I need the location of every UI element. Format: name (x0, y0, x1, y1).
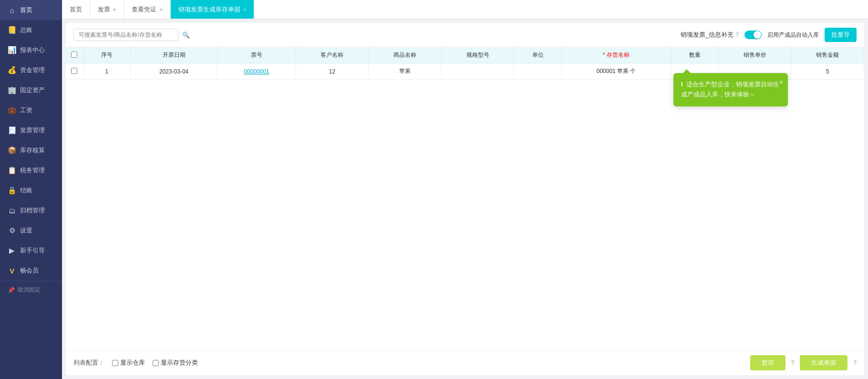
sidebar-item-guide[interactable]: ▶ 新手引导 (0, 241, 62, 261)
tab-voucher[interactable]: 查看凭证 × (124, 0, 170, 19)
toggle-knob (754, 31, 761, 39)
row-inventory: 000001 苹果 个 (561, 63, 671, 80)
page-content: 🔍 销项发票_信息补充 ? 启用产成品自动入库 批量导 (66, 23, 864, 375)
col-unit: 单位 (514, 47, 562, 63)
sidebar-label-home: 首页 (20, 6, 32, 14)
tab-invoice-label: 发票 (98, 5, 110, 14)
capital-icon: 💰 (8, 66, 16, 74)
category-checkbox-input[interactable] (153, 360, 159, 366)
row-amount: 5 (791, 63, 864, 80)
inventory-icon: 📦 (8, 146, 16, 155)
row-checkbox[interactable] (71, 68, 77, 74)
toolbar: 🔍 销项发票_信息补充 ? 启用产成品自动入库 批量导 (66, 23, 864, 47)
sidebar-item-invoice-mgmt[interactable]: 🧾 发票管理 (0, 120, 62, 140)
col-spec: 规格型号 (441, 47, 514, 63)
show-warehouse-label: 显示仓库 (120, 358, 145, 367)
assets-icon: 🏢 (8, 86, 16, 95)
sidebar-label-invoice-mgmt: 发票管理 (20, 126, 45, 135)
tab-salesreturn-label: 销项发票生成库存单据 (178, 5, 240, 14)
row-checkbox-cell (66, 63, 83, 80)
sidebar-item-closing[interactable]: 🔒 结账 (0, 180, 62, 200)
footer-config-label: 列表配置： (73, 358, 104, 367)
tab-salesreturn-close[interactable]: × (243, 7, 246, 12)
row-customer: 12 (296, 63, 369, 80)
toolbar-left: 🔍 (73, 29, 190, 41)
auto-warehousing-toggle[interactable] (744, 31, 762, 39)
sidebar-item-assets[interactable]: 🏢 固定资产 (0, 80, 62, 100)
tab-salesreturn[interactable]: 销项发票生成库存单据 × (171, 0, 254, 19)
tab-voucher-close[interactable]: × (159, 7, 162, 12)
sidebar-item-vip[interactable]: V 畅会员 (0, 261, 62, 281)
row-goods: 苹果 (369, 63, 442, 80)
col-checkbox (66, 47, 83, 63)
sidebar-item-settings[interactable]: ⚙ 设置 (0, 221, 62, 241)
row-number-link[interactable]: 00000001 (244, 68, 269, 75)
tab-invoice-close[interactable]: × (113, 7, 116, 12)
sidebar-label-ledger: 总账 (20, 26, 32, 34)
row-unit (514, 63, 562, 80)
save-button[interactable]: 暂存 (750, 355, 785, 370)
gear-icon: ⚙ (8, 226, 16, 235)
col-date: 开票日期 (131, 47, 217, 63)
sidebar-item-salary[interactable]: 💼 工资 (0, 100, 62, 120)
vip-icon: V (8, 267, 16, 275)
show-category-checkbox[interactable]: 显示存货分类 (153, 358, 198, 367)
col-customer: 客户名称 (296, 47, 369, 63)
col-inventory: * 存货名称 (561, 47, 671, 63)
save-help-icon[interactable]: ? (791, 359, 795, 366)
sidebar-item-archive[interactable]: 🗂 归档管理 (0, 200, 62, 221)
home-icon: ⌂ (8, 6, 16, 14)
generate-help-icon[interactable]: ? (853, 359, 857, 366)
search-input[interactable] (73, 29, 178, 41)
ledger-icon: 📒 (8, 26, 16, 34)
sidebar-label-capital: 资金管理 (20, 66, 45, 74)
generate-button[interactable]: 生成单据 (800, 355, 847, 370)
col-number: 票号 (217, 47, 296, 63)
sidebar-label-vip: 畅会员 (20, 266, 39, 275)
show-category-label: 显示存货分类 (161, 358, 198, 367)
sidebar-item-inventory[interactable]: 📦 库存核算 (0, 140, 62, 160)
footer-actions: 暂存 ? 生成单据 ? (750, 355, 857, 370)
sidebar-label-closing: 结账 (20, 186, 32, 195)
archive-icon: 🗂 (8, 207, 16, 215)
info-icon[interactable]: ? (735, 32, 739, 38)
tooltip-cursor: I (681, 81, 683, 88)
row-number[interactable]: 00000001 (217, 63, 296, 80)
unpin-icon: 📌 (8, 287, 15, 294)
col-seq: 序号 (83, 47, 131, 63)
select-all-checkbox[interactable] (71, 52, 77, 58)
tooltip-close-btn[interactable]: × (779, 77, 783, 87)
tab-invoice[interactable]: 发票 × (90, 0, 124, 19)
tooltip-popup: × I 适合生产型企业，销项发票自动生成产成品入库，快来体验～ (673, 73, 788, 106)
col-qty: 数量 (671, 47, 719, 63)
col-goods: 商品名称 (369, 47, 442, 63)
sidebar-item-ledger[interactable]: 📒 总账 (0, 20, 62, 40)
info-label: 销项发票_信息补充 ? (681, 31, 739, 39)
report-icon: 📊 (8, 46, 16, 54)
col-price: 销售单价 (718, 47, 791, 63)
sidebar-label-archive: 归档管理 (20, 206, 45, 215)
info-text: 销项发票_信息补充 (681, 31, 734, 39)
invoice-mgmt-icon: 🧾 (8, 126, 16, 135)
sidebar-item-capital[interactable]: 💰 资金管理 (0, 60, 62, 80)
row-seq: 1 (83, 63, 131, 80)
sidebar-label-tax: 税务管理 (20, 166, 45, 175)
sidebar-label-settings: 设置 (20, 226, 32, 235)
unpin-button[interactable]: 📌 取消固定 (0, 281, 62, 299)
sidebar-item-home[interactable]: ⌂ 首页 (0, 0, 62, 20)
tab-bar: 首页 发票 × 查看凭证 × 销项发票生成库存单据 × (62, 0, 868, 19)
sidebar-label-guide: 新手引导 (20, 246, 45, 255)
footer: 列表配置： 显示仓库 显示存货分类 暂存 ? 生成单据 ? (66, 350, 864, 375)
sidebar: ⌂ 首页 📒 总账 📊 报表中心 💰 资金管理 🏢 固定资产 💼 工资 🧾 发票… (0, 0, 62, 379)
sidebar-item-report[interactable]: 📊 报表中心 (0, 40, 62, 60)
sidebar-label-report: 报表中心 (20, 46, 45, 54)
tab-home[interactable]: 首页 (62, 0, 90, 19)
warehouse-checkbox-input[interactable] (112, 360, 118, 366)
show-warehouse-checkbox[interactable]: 显示仓库 (112, 358, 145, 367)
batch-import-button[interactable]: 批量导 (825, 28, 857, 42)
col-amount: 销售金额 (791, 47, 864, 63)
search-icon[interactable]: 🔍 (182, 32, 190, 39)
sidebar-label-assets: 固定资产 (20, 86, 45, 95)
row-date: 2023-03-04 (131, 63, 217, 80)
sidebar-item-tax[interactable]: 📋 税务管理 (0, 160, 62, 180)
